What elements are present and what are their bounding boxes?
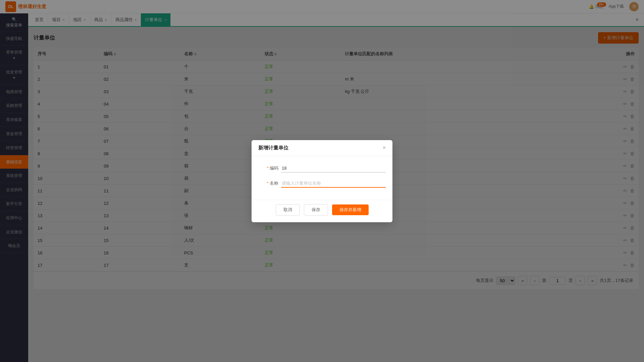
add-measure-unit-modal: 新增计量单位 × 编码 名称 取消 保存 保存并新增	[252, 140, 392, 222]
form-row-name: 名称	[258, 179, 386, 188]
name-input[interactable]	[281, 179, 386, 188]
modal-body: 编码 名称	[252, 156, 392, 200]
form-row-code: 编码	[258, 164, 386, 173]
code-label: 编码	[258, 165, 278, 171]
modal-overlay: 新增计量单位 × 编码 名称 取消 保存 保存并新增	[0, 0, 644, 362]
modal-title: 新增计量单位	[258, 145, 288, 151]
name-label: 名称	[258, 180, 278, 186]
modal-close-button[interactable]: ×	[383, 145, 386, 151]
save-and-new-button[interactable]: 保存并新增	[332, 204, 369, 215]
modal-header: 新增计量单位 ×	[252, 140, 392, 156]
modal-footer: 取消 保存 保存并新增	[252, 200, 392, 222]
cancel-button[interactable]: 取消	[276, 204, 300, 216]
code-input[interactable]	[281, 164, 386, 173]
save-button[interactable]: 保存	[304, 204, 328, 216]
